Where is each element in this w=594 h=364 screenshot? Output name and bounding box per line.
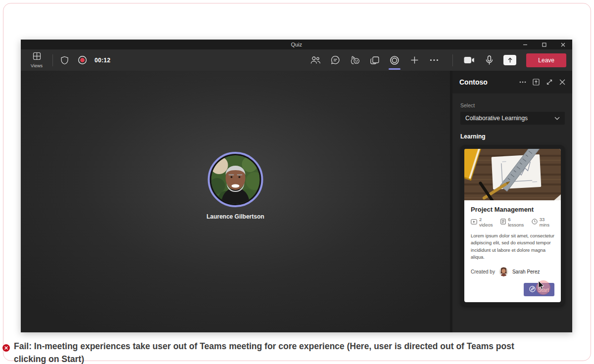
camera-icon[interactable]: [464, 53, 475, 68]
close-window-button[interactable]: [553, 40, 572, 49]
teams-meeting-window: Quiz Views: [21, 40, 572, 332]
learning-card: Project Management 2 vi: [464, 149, 561, 302]
quiz-pen-icon: [529, 286, 536, 293]
course-description: Lorem ipsum dolor sit amet, consectetur …: [471, 232, 554, 261]
lessons-meta: 6 lessons: [500, 217, 526, 228]
learning-card-container: Project Management 2 vi: [460, 145, 565, 306]
toolbar-divider-2: [452, 54, 453, 66]
created-by-label: Created by: [471, 269, 495, 274]
popout-icon[interactable]: [533, 79, 540, 86]
participant-tile: Laurence Gilbertson: [206, 152, 264, 220]
window-controls: [516, 40, 572, 49]
toolbar-icon-group: [310, 53, 440, 68]
titlebar: Quiz: [21, 40, 572, 49]
share-window-icon[interactable]: [369, 53, 380, 68]
panel-more-icon[interactable]: [519, 81, 526, 83]
fail-x-icon: [2, 344, 10, 352]
panel-title: Contoso: [459, 78, 488, 86]
grid-views-icon: [33, 52, 41, 62]
duration-label: 33 mins: [540, 217, 554, 228]
course-title: Project Management: [471, 206, 554, 213]
panel-close-icon[interactable]: [559, 79, 565, 85]
maximize-button[interactable]: [535, 40, 553, 49]
speaking-indicator-ring: [207, 152, 263, 207]
minimize-button[interactable]: [516, 40, 535, 49]
dropdown-value: Collaborative Learnings: [465, 115, 528, 122]
participant-name: Laurence Gilbertson: [206, 213, 264, 220]
shield-icon[interactable]: [59, 53, 70, 68]
select-label: Select: [460, 102, 565, 108]
toolbar-divider: [52, 54, 53, 66]
views-button[interactable]: Views: [27, 52, 47, 68]
video-icon: [471, 219, 477, 226]
share-tray-icon[interactable]: [503, 55, 516, 65]
expand-icon[interactable]: [546, 79, 553, 86]
course-meta-row: 2 videos 6 lessons: [471, 217, 554, 228]
creator-avatar: [499, 267, 508, 276]
participant-avatar: [211, 155, 259, 204]
learning-section-label: Learning: [460, 133, 565, 140]
created-by-row: Created by: [471, 267, 554, 276]
creator-name: Sarah Perez: [512, 269, 540, 274]
recording-timer: 00:12: [95, 57, 110, 64]
meeting-toolbar: Views 00:12: [21, 49, 572, 71]
app-circle-icon[interactable]: [389, 53, 400, 68]
fail-caption: Fail: In-meeting experiences take user o…: [14, 340, 548, 364]
chat-icon[interactable]: [330, 53, 341, 68]
reactions-icon[interactable]: [349, 53, 360, 68]
views-label: Views: [31, 63, 43, 68]
more-icon[interactable]: [429, 53, 440, 68]
record-icon: [77, 53, 88, 68]
window-title: Quiz: [291, 42, 302, 47]
page: Quiz Views: [0, 0, 594, 364]
duration-meta: 33 mins: [532, 217, 554, 228]
panel-header: Contoso: [452, 71, 572, 93]
contoso-app-panel: Contoso: [450, 71, 572, 332]
learnings-dropdown[interactable]: Collaborative Learnings: [460, 112, 565, 125]
panel-body: Select Collaborative Learnings Learning: [452, 93, 572, 306]
chevron-down-icon: [554, 117, 560, 120]
lessons-label: 6 lessons: [508, 217, 526, 228]
clock-icon: [532, 219, 538, 226]
videos-meta: 2 videos: [471, 217, 495, 228]
people-icon[interactable]: [310, 53, 321, 68]
audio-video-group: [464, 53, 516, 68]
leave-button[interactable]: Leave: [526, 53, 566, 67]
panel-header-icons: [519, 79, 565, 86]
course-thumbnail: [464, 149, 561, 200]
meeting-stage: Laurence Gilbertson: [21, 71, 450, 332]
plus-icon[interactable]: [409, 53, 420, 68]
mouse-cursor-icon: [538, 280, 545, 290]
recording-group: 00:12: [59, 53, 110, 68]
mic-icon[interactable]: [484, 53, 495, 68]
lessons-icon: [500, 219, 506, 226]
videos-label: 2 videos: [479, 217, 495, 228]
